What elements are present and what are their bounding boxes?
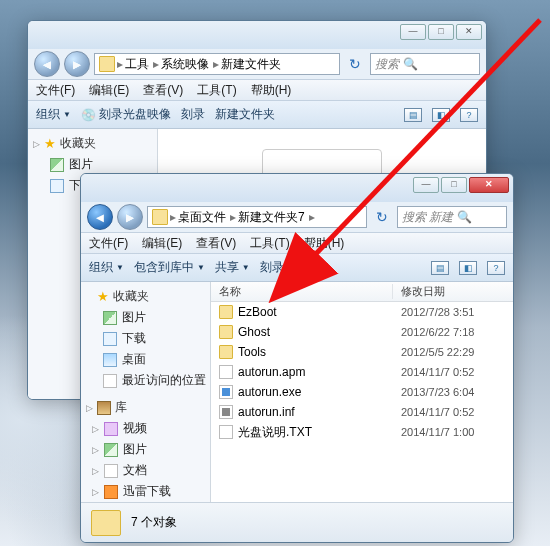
column-name[interactable]: 名称 bbox=[211, 284, 393, 299]
explorer-window-front: — □ ✕ ◄ ► ▸ 桌面文件▸ 新建文件夹7▸ ↻ 搜索 新建🔍 文件(F)… bbox=[80, 173, 514, 543]
toolbar: 组织▼ 💿 刻录光盘映像 刻录 新建文件夹 ▤ ◧ ? bbox=[28, 101, 486, 129]
close-button[interactable]: ✕ bbox=[469, 177, 509, 193]
search-input[interactable]: 搜索 新建🔍 bbox=[397, 206, 507, 228]
folder-icon bbox=[91, 510, 121, 536]
share-button[interactable]: 共享▼ bbox=[215, 259, 250, 276]
pic-icon bbox=[103, 311, 117, 325]
file-row[interactable]: autorun.inf2014/11/7 0:52 bbox=[211, 402, 513, 422]
new-folder-button[interactable]: 文件夹 bbox=[294, 259, 330, 276]
organize-button[interactable]: 组织▼ bbox=[89, 259, 124, 276]
menu-file[interactable]: 文件(F) bbox=[89, 235, 128, 252]
file-row[interactable]: autorun.apm2014/11/7 0:52 bbox=[211, 362, 513, 382]
menu-file[interactable]: 文件(F) bbox=[36, 82, 75, 99]
menu-view[interactable]: 查看(V) bbox=[196, 235, 236, 252]
nav-item[interactable]: 图片 bbox=[81, 307, 210, 328]
menu-help[interactable]: 帮助(H) bbox=[304, 235, 345, 252]
menu-tools[interactable]: 工具(T) bbox=[250, 235, 289, 252]
menu-edit[interactable]: 编辑(E) bbox=[142, 235, 182, 252]
address-bar: ◄ ► ▸ 工具▸ 系统映像▸ 新建文件夹 ↻ 搜索🔍 bbox=[28, 49, 486, 79]
preview-pane-button[interactable]: ◧ bbox=[432, 108, 450, 122]
breadcrumb-item[interactable]: 系统映像▸ bbox=[161, 56, 219, 73]
file-row[interactable]: Tools2012/5/5 22:29 bbox=[211, 342, 513, 362]
doc-icon bbox=[104, 464, 118, 478]
pic-icon bbox=[104, 443, 118, 457]
include-library-button[interactable]: 包含到库中▼ bbox=[134, 259, 205, 276]
thunder-icon bbox=[104, 485, 118, 499]
burn-image-button[interactable]: 💿 刻录光盘映像 bbox=[81, 106, 171, 123]
recent-icon bbox=[103, 374, 117, 388]
burn-button[interactable]: 刻录 bbox=[260, 259, 284, 276]
inf-icon bbox=[219, 405, 233, 419]
breadcrumb-item[interactable]: 工具▸ bbox=[125, 56, 159, 73]
close-button[interactable]: ✕ bbox=[456, 24, 482, 40]
nav-forward-button[interactable]: ► bbox=[117, 204, 143, 230]
folder-icon bbox=[99, 56, 115, 72]
new-folder-button[interactable]: 新建文件夹 bbox=[215, 106, 275, 123]
nav-favorites-header[interactable]: ★收藏夹 bbox=[81, 286, 210, 307]
nav-item[interactable]: ▷视频 bbox=[81, 418, 210, 439]
address-bar: ◄ ► ▸ 桌面文件▸ 新建文件夹7▸ ↻ 搜索 新建🔍 bbox=[81, 202, 513, 232]
folder-icon bbox=[152, 209, 168, 225]
refresh-button[interactable]: ↻ bbox=[371, 206, 393, 228]
minimize-button[interactable]: — bbox=[413, 177, 439, 193]
file-row[interactable]: Ghost2012/6/22 7:18 bbox=[211, 322, 513, 342]
refresh-button[interactable]: ↻ bbox=[344, 53, 366, 75]
library-icon bbox=[97, 401, 111, 415]
breadcrumb-item[interactable]: 桌面文件▸ bbox=[178, 209, 236, 226]
file-row[interactable]: autorun.exe2013/7/23 6:04 bbox=[211, 382, 513, 402]
minimize-button[interactable]: — bbox=[400, 24, 426, 40]
nav-item[interactable]: 下载 bbox=[81, 328, 210, 349]
nav-forward-button[interactable]: ► bbox=[64, 51, 90, 77]
vid-icon bbox=[104, 422, 118, 436]
maximize-button[interactable]: □ bbox=[441, 177, 467, 193]
pictures-icon bbox=[50, 158, 64, 172]
exe-icon bbox=[219, 385, 233, 399]
status-bar: 7 个对象 bbox=[81, 502, 513, 542]
menu-bar: 文件(F) 编辑(E) 查看(V) 工具(T) 帮助(H) bbox=[81, 232, 513, 254]
burn-button[interactable]: 刻录 bbox=[181, 106, 205, 123]
nav-item[interactable]: ▷图片 bbox=[81, 439, 210, 460]
titlebar[interactable]: — □ ✕ bbox=[81, 174, 513, 202]
status-text: 7 个对象 bbox=[131, 514, 177, 531]
nav-back-button[interactable]: ◄ bbox=[34, 51, 60, 77]
toolbar: 组织▼ 包含到库中▼ 共享▼ 刻录 文件夹 ▤ ◧ ? bbox=[81, 254, 513, 282]
titlebar[interactable]: — □ ✕ bbox=[28, 21, 486, 49]
nav-item[interactable]: 桌面 bbox=[81, 349, 210, 370]
nav-item[interactable]: 图片 bbox=[28, 154, 157, 175]
organize-button[interactable]: 组织▼ bbox=[36, 106, 71, 123]
menu-tools[interactable]: 工具(T) bbox=[197, 82, 236, 99]
search-input[interactable]: 搜索🔍 bbox=[370, 53, 480, 75]
menu-help[interactable]: 帮助(H) bbox=[251, 82, 292, 99]
preview-pane-button[interactable]: ◧ bbox=[459, 261, 477, 275]
nav-back-button[interactable]: ◄ bbox=[87, 204, 113, 230]
nav-item[interactable]: 最近访问的位置 bbox=[81, 370, 210, 391]
folder-icon bbox=[219, 305, 233, 319]
nav-item[interactable]: ▷文档 bbox=[81, 460, 210, 481]
menu-view[interactable]: 查看(V) bbox=[143, 82, 183, 99]
content-pane: 名称 修改日期 EzBoot2012/7/28 3:51Ghost2012/6/… bbox=[211, 282, 513, 502]
column-modified[interactable]: 修改日期 bbox=[393, 284, 513, 299]
nav-favorites-header[interactable]: ▷★收藏夹 bbox=[28, 133, 157, 154]
nav-libraries-header[interactable]: ▷库 bbox=[81, 397, 210, 418]
down-icon bbox=[103, 332, 117, 346]
file-row[interactable]: EzBoot2012/7/28 3:51 bbox=[211, 302, 513, 322]
help-button[interactable]: ? bbox=[460, 108, 478, 122]
maximize-button[interactable]: □ bbox=[428, 24, 454, 40]
nav-item[interactable]: ▷迅雷下载 bbox=[81, 481, 210, 502]
help-button[interactable]: ? bbox=[487, 261, 505, 275]
menu-edit[interactable]: 编辑(E) bbox=[89, 82, 129, 99]
downloads-icon bbox=[50, 179, 64, 193]
breadcrumb-item[interactable]: 新建文件夹7▸ bbox=[238, 209, 315, 226]
file-list[interactable]: EzBoot2012/7/28 3:51Ghost2012/6/22 7:18T… bbox=[211, 302, 513, 502]
txt-icon bbox=[219, 425, 233, 439]
folder-icon bbox=[219, 325, 233, 339]
file-row[interactable]: 光盘说明.TXT2014/11/7 1:00 bbox=[211, 422, 513, 442]
breadcrumb-item[interactable]: 新建文件夹 bbox=[221, 56, 281, 73]
breadcrumb[interactable]: ▸ 工具▸ 系统映像▸ 新建文件夹 bbox=[94, 53, 340, 75]
view-toggle-button[interactable]: ▤ bbox=[431, 261, 449, 275]
column-headers[interactable]: 名称 修改日期 bbox=[211, 282, 513, 302]
nav-pane: ★收藏夹 图片下载桌面最近访问的位置 ▷库 ▷视频▷图片▷文档▷迅雷下载▷音乐 bbox=[81, 282, 211, 502]
desk-icon bbox=[103, 353, 117, 367]
view-toggle-button[interactable]: ▤ bbox=[404, 108, 422, 122]
breadcrumb[interactable]: ▸ 桌面文件▸ 新建文件夹7▸ bbox=[147, 206, 367, 228]
